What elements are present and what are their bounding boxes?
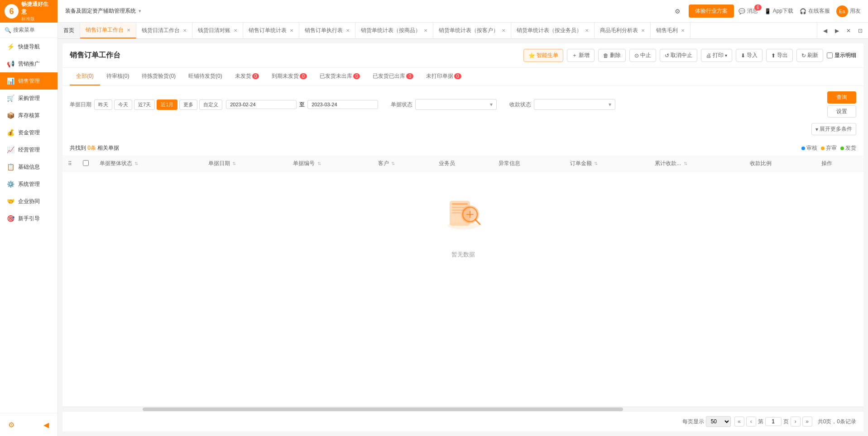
tab-close-icon[interactable]: ✕ (641, 28, 645, 33)
filter-tab-all[interactable]: 全部(0) (70, 68, 100, 85)
tab-close-all-button[interactable]: ✕ (844, 26, 854, 36)
col-collected[interactable]: 累计收款... ⇅ (649, 156, 744, 171)
status-select[interactable]: ▾ (415, 99, 497, 110)
tab-sales-stat[interactable]: 销售订单统计表 ✕ (243, 23, 299, 38)
sidebar-item-system[interactable]: ⚙️ 系统管理 (0, 175, 58, 193)
sidebar-item-label: 经营管理 (18, 146, 40, 154)
stop-button[interactable]: ⊙ 中止 (629, 49, 656, 62)
tab-close-icon[interactable]: ✕ (234, 28, 237, 33)
col-number[interactable]: 单据编号 ⇅ (288, 156, 372, 171)
col-customer[interactable]: 客户 ⇅ (373, 156, 434, 171)
sidebar-item-marketing[interactable]: 📢 营销推广 (0, 55, 58, 72)
tab-cash-reconcile[interactable]: 钱货日清对账 ✕ (192, 23, 243, 38)
sidebar-collapse-button[interactable]: ◀ (39, 418, 53, 431)
col-staff[interactable]: 业务员 (433, 156, 493, 171)
date-to-input[interactable] (307, 100, 378, 109)
col-checkbox[interactable] (77, 156, 94, 171)
tab-close-icon[interactable]: ✕ (585, 28, 589, 33)
sidebar-item-guide[interactable]: 🎯 新手引导 (0, 210, 58, 227)
export-button[interactable]: ⬆ 导出 (766, 49, 793, 62)
tab-close-icon[interactable]: ✕ (502, 28, 505, 33)
tab-sales-profit[interactable]: 销售毛利 ✕ (651, 23, 691, 38)
filter-tab-wangpu[interactable]: 旺铺待发货(0) (182, 68, 229, 85)
date-btn-today[interactable]: 今天 (114, 100, 132, 110)
tab-close-icon[interactable]: ✕ (346, 28, 350, 33)
user-menu[interactable]: Ea 用友 (836, 5, 861, 17)
message-button[interactable]: 💬 消息 6 (739, 7, 758, 15)
date-btn-7days[interactable]: 近7天 (134, 100, 155, 110)
sort-amount-icon: ⇅ (594, 161, 598, 166)
tab-gross-profit[interactable]: 商品毛利分析表 ✕ (595, 23, 651, 38)
date-from-input[interactable] (226, 100, 297, 109)
pagination: 每页显示 50 10 20 100 « ‹ 第 页 › » 共 (62, 411, 863, 431)
cancel-stop-button[interactable]: ↺ 取消中止 (660, 49, 697, 62)
sidebar-item-purchase[interactable]: 🛒 采购管理 (0, 90, 58, 107)
app-download-button[interactable]: 📱 App下载 (764, 7, 793, 15)
tab-close-icon[interactable]: ✕ (290, 28, 293, 33)
tab-sales-product[interactable]: 销货单统计表（按商品） ✕ (355, 23, 433, 38)
tab-close-icon[interactable]: ✕ (127, 28, 130, 33)
filter-tab-pending-review[interactable]: 待审核(0) (100, 68, 136, 85)
print-button[interactable]: 🖨 打印 ▾ (701, 49, 732, 62)
sidebar-search[interactable]: 🔍 搜索菜单 (0, 23, 58, 38)
date-btn-custom[interactable]: 自定义 (199, 100, 222, 110)
horizontal-scrollbar[interactable] (62, 407, 863, 411)
expand-icon: ▾ (815, 126, 818, 133)
sidebar-item-basic[interactable]: 📋 基础信息 (0, 158, 58, 175)
sidebar-item-inventory[interactable]: 📦 库存核算 (0, 107, 58, 124)
solution-button[interactable]: 体验行业方案 (689, 5, 734, 18)
filter-tab-pending-inspect[interactable]: 待拣货验货(0) (135, 68, 182, 85)
date-btn-yesterday[interactable]: 昨天 (94, 100, 112, 110)
cancel-review-button[interactable]: 弃审 (821, 144, 837, 152)
tab-maximize-button[interactable]: ⊡ (855, 26, 865, 36)
sidebar-item-operation[interactable]: 📈 经营管理 (0, 141, 58, 158)
col-date[interactable]: 单据日期 ⇅ (203, 156, 288, 171)
last-page-button[interactable]: » (802, 417, 812, 427)
smart-generate-button[interactable]: ⭐ 智能生单 (523, 49, 563, 62)
tab-cash-daily[interactable]: 钱货日清工作台 ✕ (136, 23, 192, 38)
page-size-select[interactable]: 50 10 20 100 (706, 416, 731, 427)
tab-next-button[interactable]: ▶ (832, 26, 842, 36)
tab-sales-customer[interactable]: 销货单统计表（按客户） ✕ (433, 23, 511, 38)
review-button[interactable]: 审核 (801, 144, 817, 152)
show-detail-checkbox[interactable] (827, 52, 833, 58)
tab-sales-exec[interactable]: 销售订单执行表 ✕ (299, 23, 355, 38)
tab-prev-button[interactable]: ◀ (820, 26, 830, 36)
topbar-settings-button[interactable]: ⚙ (671, 5, 684, 18)
delete-button[interactable]: 🗑 删除 (598, 49, 626, 62)
set-button[interactable]: 设置 (827, 105, 856, 118)
sidebar-item-quick-nav[interactable]: ⚡ 快捷导航 (0, 38, 58, 55)
filter-tab-overdue-ship[interactable]: 到期未发货0 (265, 68, 313, 85)
first-page-button[interactable]: « (734, 417, 744, 427)
online-service-button[interactable]: 🎧 在线客服 (800, 7, 830, 15)
date-btn-1month[interactable]: 近1月 (157, 100, 177, 110)
tab-close-icon[interactable]: ✕ (681, 28, 685, 33)
expand-conditions-button[interactable]: ▾ 展开更多条件 (811, 123, 856, 135)
show-detail-checkbox-container[interactable]: 显示明细 (827, 52, 856, 59)
sidebar-item-finance[interactable]: 💰 资金管理 (0, 124, 58, 141)
select-all-checkbox[interactable] (83, 160, 89, 166)
filter-tab-shipped-out-stock[interactable]: 已发货已出库0 (366, 68, 420, 85)
col-amount[interactable]: 订单金额 ⇅ (565, 156, 649, 171)
query-button[interactable]: 查询 (827, 91, 856, 104)
filter-tab-not-shipped[interactable]: 未发货0 (229, 68, 266, 85)
tab-close-icon[interactable]: ✕ (424, 28, 427, 33)
prev-page-button[interactable]: ‹ (746, 417, 756, 427)
import-button[interactable]: ⬇ 导入 (736, 49, 762, 62)
tab-close-icon[interactable]: ✕ (183, 28, 187, 33)
filter-tab-not-printed[interactable]: 未打印单据0 (420, 68, 468, 85)
add-button[interactable]: ＋ 新增 (567, 49, 595, 62)
date-btn-more[interactable]: 更多 (179, 100, 197, 110)
sidebar-settings-button[interactable]: ⚙ (5, 418, 18, 431)
tab-home[interactable]: 首页 (58, 23, 80, 38)
page-number-input[interactable] (765, 417, 782, 426)
next-page-button[interactable]: › (791, 417, 801, 427)
filter-tab-shipped-no-stock[interactable]: 已发货未出库0 (313, 68, 367, 85)
sidebar-item-sales[interactable]: 📊 销售管理 (0, 72, 58, 90)
tab-sales-staff[interactable]: 销货单统计表（按业务员） ✕ (511, 23, 595, 38)
ship-button[interactable]: 发货 (840, 144, 856, 152)
tab-sales-workbench[interactable]: 销售订单工作台 ✕ (80, 23, 136, 38)
sidebar-item-enterprise[interactable]: 🤝 企业协同 (0, 193, 58, 210)
payment-select[interactable]: ▾ (534, 99, 615, 110)
refresh-button[interactable]: ↻ 刷新 (796, 49, 823, 62)
